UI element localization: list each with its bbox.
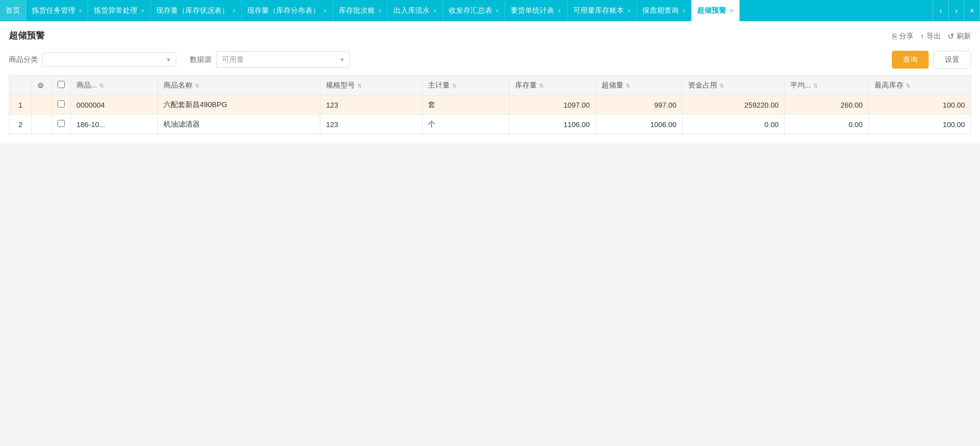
chevron-down-icon: ▾ — [340, 56, 344, 64]
row-unit: 套 — [422, 95, 509, 115]
category-select[interactable]: ▾ — [42, 52, 176, 67]
datasource-select[interactable]: 可用量 ▾ — [216, 51, 350, 68]
nav-label-task: 拣货任务管理 — [32, 6, 75, 16]
row-overstock: 997.00 — [595, 95, 682, 115]
nav-item-expiry[interactable]: 保质期查询 × — [637, 0, 691, 21]
row-product-code: 186-10... — [71, 115, 158, 134]
th-gear: ⚙ — [32, 76, 52, 95]
table-header-row: ⚙ 商品... ⇅ 商品名称 ⇅ — [9, 76, 971, 95]
nav-item-home[interactable]: 首页 — [0, 0, 26, 21]
export-label: 导出 — [926, 31, 941, 41]
header-actions: ⎘ 分享 ↑ 导出 ↺ 刷新 — [892, 31, 971, 41]
datasource-filter-label: 数据源 — [190, 55, 212, 65]
th-label-capital: 资金占用 — [688, 80, 717, 90]
sort-icon: ⇅ — [813, 83, 818, 89]
close-icon[interactable]: × — [323, 7, 326, 14]
nav-label-requisition: 要货单统计表 — [511, 6, 554, 16]
refresh-label: 刷新 — [957, 31, 971, 41]
row-avg-price: 260.00 — [785, 95, 869, 115]
close-icon[interactable]: × — [682, 7, 685, 14]
sort-icon: ⇅ — [357, 83, 362, 89]
close-icon[interactable]: × — [79, 7, 82, 14]
sort-capital[interactable]: 资金占用 ⇅ — [688, 80, 779, 90]
refresh-button[interactable]: ↺ 刷新 — [948, 31, 971, 41]
row-checkbox[interactable] — [57, 100, 65, 108]
sort-overstock[interactable]: 超储量 ⇅ — [602, 80, 676, 90]
sort-product-code[interactable]: 商品... ⇅ — [76, 80, 152, 90]
share-button[interactable]: ⎘ 分享 — [892, 31, 914, 41]
nav-item-stock1[interactable]: 现存量（库存状况表） × — [151, 0, 242, 21]
close-icon[interactable]: × — [433, 7, 436, 14]
row-capital: 0.00 — [682, 115, 784, 134]
export-button[interactable]: ↑ 导出 — [920, 31, 941, 41]
row-overstock: 1006.00 — [595, 115, 682, 134]
row-checkbox-cell — [52, 95, 71, 115]
nav-item-flow[interactable]: 出入库流水 × — [388, 0, 443, 21]
close-icon[interactable]: × — [378, 7, 382, 14]
nav-item-task[interactable]: 拣货任务管理 × — [26, 0, 88, 21]
nav-item-requisition[interactable]: 要货单统计表 × — [505, 0, 567, 21]
nav-item-summary[interactable]: 收发存汇总表 × — [443, 0, 505, 21]
sort-unit[interactable]: 主计量 ⇅ — [428, 80, 503, 90]
category-filter-label: 商品分类 — [9, 55, 38, 65]
gear-icon[interactable]: ⚙ — [37, 81, 44, 90]
nav-label-available: 可用量库存账本 — [573, 6, 624, 16]
sort-spec[interactable]: 规格型号 ⇅ — [326, 80, 416, 90]
datasource-filter: 数据源 可用量 ▾ — [190, 51, 350, 68]
page-container: 超储预警 ⎘ 分享 ↑ 导出 ↺ 刷新 商品分类 ▾ 数据源 — [0, 21, 980, 143]
close-icon[interactable]: × — [558, 7, 561, 14]
th-checkbox — [52, 76, 71, 95]
sort-icon: ⇅ — [719, 83, 724, 89]
nav-item-overstock[interactable]: 超储预警 × — [691, 0, 739, 21]
page-header: 超储预警 ⎘ 分享 ↑ 导出 ↺ 刷新 — [9, 30, 971, 42]
close-icon[interactable]: × — [496, 7, 499, 14]
row-product-name: 六配套新昌490BPG — [157, 95, 320, 115]
nav-label-flow: 出入库流水 — [393, 6, 430, 16]
data-table: ⚙ 商品... ⇅ 商品名称 ⇅ — [9, 75, 971, 134]
table-row: 1 0000004 六配套新昌490BPG 123 套 1097.00 997.… — [9, 95, 971, 115]
nav-label-stock1: 现存量（库存状况表） — [156, 6, 229, 16]
close-icon[interactable]: × — [627, 7, 631, 14]
close-icon[interactable]: × — [141, 7, 144, 14]
nav-item-exception[interactable]: 拣货异常处理 × — [88, 0, 150, 21]
row-spec: 123 — [320, 115, 422, 134]
row-num: 1 — [9, 95, 32, 115]
row-max-stock: 100.00 — [868, 115, 971, 134]
row-capital: 259220.00 — [682, 95, 784, 115]
nav-label-expiry: 保质期查询 — [642, 6, 679, 16]
row-stock: 1106.00 — [509, 115, 595, 134]
nav-label-batch: 库存批次账 — [339, 6, 375, 16]
row-max-stock: 100.00 — [868, 95, 971, 115]
category-filter: 商品分类 ▾ — [9, 52, 176, 67]
th-label-spec: 规格型号 — [326, 80, 355, 90]
sort-icon: ⇅ — [539, 83, 544, 89]
row-checkbox[interactable] — [57, 120, 65, 127]
nav-arrow-close[interactable]: × — [964, 0, 980, 21]
select-all-checkbox[interactable] — [57, 81, 65, 88]
nav-label-stock2: 现存量（库存分布表） — [247, 6, 320, 16]
close-icon[interactable]: × — [729, 7, 733, 14]
sort-stock[interactable]: 库存量 ⇅ — [515, 80, 590, 90]
nav-arrow-left[interactable]: ‹ — [933, 0, 949, 21]
nav-item-available[interactable]: 可用量库存账本 × — [568, 0, 637, 21]
th-capital: 资金占用 ⇅ — [682, 76, 784, 95]
th-label-unit: 主计量 — [428, 80, 450, 90]
th-label-overstock: 超储量 — [602, 80, 623, 90]
close-icon[interactable]: × — [232, 7, 236, 14]
th-overstock: 超储量 ⇅ — [595, 76, 682, 95]
top-nav: 首页 拣货任务管理 × 拣货异常处理 × 现存量（库存状况表） × 现存量（库存… — [0, 0, 980, 21]
sort-avg-price[interactable]: 平均... ⇅ — [790, 80, 863, 90]
sort-max-stock[interactable]: 最高库存 ⇅ — [875, 80, 965, 90]
nav-item-batch[interactable]: 库存批次账 × — [333, 0, 388, 21]
nav-label-home: 首页 — [6, 6, 20, 16]
row-checkbox-cell — [52, 115, 71, 134]
setting-button[interactable]: 设置 — [933, 51, 971, 69]
nav-arrow-right[interactable]: › — [949, 0, 964, 21]
row-product-name: 机油滤清器 — [157, 115, 320, 134]
query-button[interactable]: 查询 — [892, 51, 929, 69]
th-max-stock: 最高库存 ⇅ — [868, 76, 971, 95]
share-icon: ⎘ — [892, 32, 897, 41]
sort-product-name[interactable]: 商品名称 ⇅ — [164, 80, 314, 90]
nav-label-summary: 收发存汇总表 — [449, 6, 492, 16]
nav-item-stock2[interactable]: 现存量（库存分布表） × — [242, 0, 333, 21]
